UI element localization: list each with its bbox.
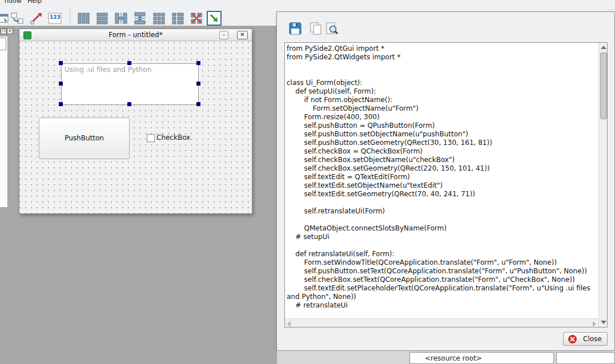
edit-signals-slots-icon[interactable] [10,11,24,25]
horizontal-scrollbar[interactable] [285,318,598,327]
form-editor-window: Form - untitled* – ✕ Using .ui files and… [19,29,252,214]
edit-widgets-icon[interactable] [0,11,10,25]
lay-vertically-icon[interactable] [95,11,109,25]
checkbox-label: CheckBox [156,134,190,141]
minimize-button[interactable]: – [219,31,228,39]
lay-horizontally-icon[interactable] [77,11,90,25]
menu-help[interactable]: Help [27,0,42,5]
scroll-up-icon[interactable] [601,46,606,49]
menubar: ndow Help [0,0,615,5]
copy-icon[interactable] [309,22,323,35]
scroll-down-icon[interactable] [601,321,606,324]
menu-window[interactable]: ndow [5,0,22,5]
selection-handle-top-center[interactable] [127,61,131,65]
checkbox-box[interactable] [147,134,155,142]
break-layout-icon[interactable] [190,11,203,25]
edit-tab-order-icon[interactable]: 123 [48,11,62,25]
vertical-scrollbar-thumb[interactable] [600,52,607,119]
dock-close-icon[interactable]: ✕ [7,28,13,34]
form-window-title: Form - untitled* [19,31,252,39]
selection-handle-top-right[interactable] [196,61,200,65]
toolbar-separator [70,6,70,23]
adjust-size-icon[interactable] [207,11,220,25]
resource-tree[interactable]: <resource root> [409,352,554,364]
close-window-button[interactable]: ✕ [237,31,248,39]
scroll-right-icon[interactable] [593,321,596,327]
qt-designer-window: ndow Help 123 [0,0,615,364]
textedit-placeholder: Using .ui files and Python [65,66,151,74]
lay-grid-icon[interactable] [152,11,166,25]
lay-horizontally-splitter-icon[interactable] [114,11,128,25]
textedit-widget[interactable]: Using .ui files and Python [61,63,199,105]
code-text[interactable]: from PySide2.QtGui import * from PySide2… [287,45,597,310]
edit-buddies-icon[interactable] [30,11,43,25]
close-dialog-button[interactable]: Close [563,332,608,346]
form-canvas[interactable]: Using .ui files and Python PushButton Ch… [19,41,252,213]
find-icon[interactable] [325,22,339,35]
form-window-titlebar[interactable]: Form - untitled* – ✕ [19,29,252,41]
selection-handle-bottom-left[interactable] [59,102,63,106]
pushbutton-widget[interactable]: PushButton [39,118,130,159]
resource-root-item[interactable]: <resource root> [425,354,482,362]
selection-handle-bottom-right[interactable] [196,102,200,106]
widget-box-panel [0,37,8,207]
selection-handle-mid-right[interactable] [196,82,200,86]
save-icon[interactable] [288,22,302,35]
resource-browser-strip: <resource root> [277,351,615,364]
tab-order-label: 123 [50,14,61,20]
code-preview-dialog: from PySide2.QtGui import * from PySide2… [276,11,615,351]
widget-box-filter-input[interactable] [0,38,6,50]
resource-preview-pane[interactable] [556,352,615,364]
code-view[interactable]: from PySide2.QtGui import * from PySide2… [284,42,608,327]
selection-handle-top-left[interactable] [59,61,63,65]
vertical-scrollbar[interactable] [598,43,607,327]
selection-handle-bottom-center[interactable] [127,102,131,106]
close-button-label: Close [583,335,602,343]
close-icon [568,335,577,343]
dock-float-icon[interactable]: ❐ [1,28,7,34]
selection-handle-mid-left[interactable] [59,82,63,86]
lay-form-icon[interactable] [171,11,184,25]
scroll-left-icon[interactable] [287,321,291,327]
lay-vertically-splitter-icon[interactable] [133,11,147,25]
